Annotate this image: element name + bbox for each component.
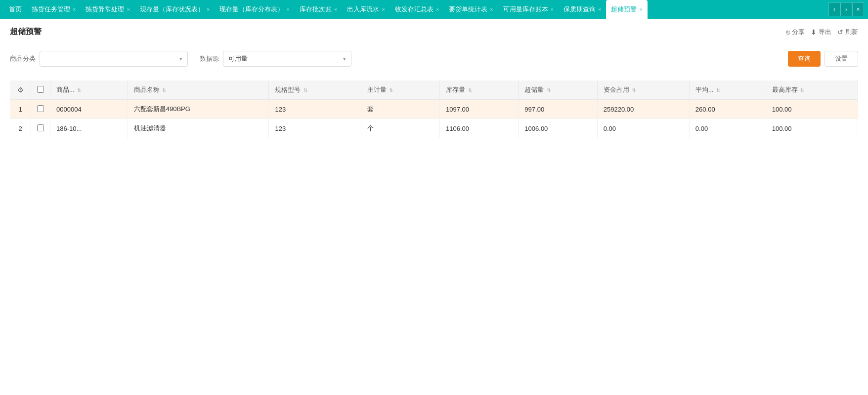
checkbox-cell[interactable] <box>31 119 50 138</box>
datasource-select[interactable]: 可用量 ▾ <box>223 51 351 67</box>
close-icon[interactable]: × <box>598 6 601 12</box>
row-checkbox[interactable] <box>37 105 44 112</box>
nav-item-expiry[interactable]: 保质期查询 × <box>559 0 606 19</box>
th-label: 商品名称 <box>134 86 160 93</box>
nav-label: 可用量库存账本 <box>503 5 548 14</box>
close-icon[interactable]: × <box>551 6 554 12</box>
th-label: 超储量 <box>524 86 544 93</box>
avg: 0.00 <box>689 119 766 138</box>
th-product-code[interactable]: 商品... ⇅ <box>50 80 128 100</box>
nav-label: 现存量（库存状况表） <box>140 5 204 14</box>
nav-item-available[interactable]: 可用量库存账本 × <box>498 0 559 19</box>
th-label: 最高库存 <box>772 86 798 93</box>
sort-icon: ⇅ <box>77 87 81 93</box>
table-header-row: ⚙ 商品... ⇅ 商品名称 ⇅ 规格型号 ⇅ 主计量 <box>10 80 858 100</box>
th-avg[interactable]: 平均... ⇅ <box>689 80 766 100</box>
nav-item-stock-dist[interactable]: 现存量（库存分布表） × <box>215 0 294 19</box>
th-overstock[interactable]: 超储量 ⇅ <box>519 80 597 100</box>
datasource-label: 数据源 <box>200 54 219 63</box>
table-row: 2 186-10... 机油滤清器 123 个 1106.00 1006.00 … <box>10 119 858 138</box>
close-icon[interactable]: × <box>334 6 337 12</box>
th-settings[interactable]: ⚙ <box>10 80 31 100</box>
nav-label: 拣货任务管理 <box>32 5 70 14</box>
close-icon[interactable]: × <box>127 6 130 12</box>
table-row: 1 0000004 六配套新昌490BPG 123 套 1097.00 997.… <box>10 100 858 119</box>
nav-item-summary[interactable]: 收发存汇总表 × <box>390 0 444 19</box>
max-stock: 100.00 <box>766 100 858 119</box>
capital: 0.00 <box>597 119 689 138</box>
th-stock[interactable]: 库存量 ⇅ <box>439 80 518 100</box>
nav-item-stock-status[interactable]: 现存量（库存状况表） × <box>135 0 215 19</box>
nav-item-task[interactable]: 拣货任务管理 × <box>27 0 81 19</box>
avg: 260.00 <box>689 100 766 119</box>
sort-icon: ⇅ <box>162 87 166 93</box>
product-name: 六配套新昌490BPG <box>128 100 269 119</box>
checkbox-cell[interactable] <box>31 100 50 119</box>
capital: 259220.00 <box>597 100 689 119</box>
th-spec[interactable]: 规格型号 ⇅ <box>269 80 361 100</box>
th-label: 商品... <box>56 86 75 93</box>
close-icon[interactable]: × <box>73 6 76 12</box>
settings-icon[interactable]: ⚙ <box>16 85 25 94</box>
nav-item-home[interactable]: 首页 <box>4 0 27 19</box>
nav-label: 现存量（库存分布表） <box>219 5 284 14</box>
sort-icon: ⇅ <box>800 87 804 93</box>
spec: 123 <box>269 119 361 138</box>
sort-icon: ⇅ <box>389 87 393 93</box>
nav-arrows: ‹ › × <box>828 2 864 16</box>
nav-label: 出入库流水 <box>347 5 379 14</box>
nav-label: 库存批次账 <box>300 5 332 14</box>
sort-icon: ⇅ <box>716 87 720 93</box>
th-capital[interactable]: 资金占用 ⇅ <box>597 80 689 100</box>
sort-icon: ⇅ <box>547 87 551 93</box>
th-label: 资金占用 <box>604 86 629 93</box>
nav-bar: 首页 拣货任务管理 × 拣货异常处理 × 现存量（库存状况表） × 现存量（库存… <box>0 0 868 19</box>
close-icon[interactable]: × <box>639 6 642 12</box>
nav-item-order-stat[interactable]: 要货单统计表 × <box>444 0 498 19</box>
nav-arrow-close[interactable]: × <box>852 2 864 16</box>
nav-label: 要货单统计表 <box>449 5 487 14</box>
nav-item-batch[interactable]: 库存批次账 × <box>295 0 342 19</box>
nav-item-inout[interactable]: 出入库流水 × <box>342 0 390 19</box>
th-checkbox <box>31 80 50 100</box>
product-code: 186-10... <box>50 119 128 138</box>
th-label: 平均... <box>695 86 714 93</box>
filter-actions: 查询 设置 <box>788 51 858 67</box>
share-label: 分享 <box>792 28 805 37</box>
close-icon[interactable]: × <box>436 6 439 12</box>
spec: 123 <box>269 100 361 119</box>
category-filter-group: 商品分类 ▾ <box>10 51 188 67</box>
setting-button[interactable]: 设置 <box>825 51 858 67</box>
close-icon[interactable]: × <box>286 6 289 12</box>
nav-arrow-left[interactable]: ‹ <box>828 2 840 16</box>
th-product-name[interactable]: 商品名称 ⇅ <box>128 80 269 100</box>
export-label: 导出 <box>819 28 831 37</box>
chevron-down-icon: ▾ <box>179 56 182 62</box>
data-table: ⚙ 商品... ⇅ 商品名称 ⇅ 规格型号 ⇅ 主计量 <box>10 80 858 138</box>
nav-item-exception[interactable]: 拣货异常处理 × <box>81 0 134 19</box>
select-all-checkbox[interactable] <box>37 86 44 93</box>
th-max-stock[interactable]: 最高库存 ⇅ <box>766 80 858 100</box>
share-button[interactable]: ⎋ 分享 <box>786 28 805 37</box>
row-num: 1 <box>10 100 31 119</box>
nav-label: 保质期查询 <box>564 5 596 14</box>
datasource-filter-group: 数据源 可用量 ▾ <box>200 51 351 67</box>
th-label: 主计量 <box>367 86 387 93</box>
product-code: 0000004 <box>50 100 128 119</box>
query-button[interactable]: 查询 <box>788 51 821 67</box>
row-num: 2 <box>10 119 31 138</box>
close-icon[interactable]: × <box>382 6 385 12</box>
nav-item-overstock[interactable]: 超储预警 × <box>606 0 647 19</box>
export-button[interactable]: ⬇ 导出 <box>811 28 831 37</box>
close-icon[interactable]: × <box>490 6 493 12</box>
row-checkbox[interactable] <box>37 124 44 131</box>
th-unit[interactable]: 主计量 ⇅ <box>361 80 439 100</box>
nav-label: 收发存汇总表 <box>395 5 434 14</box>
category-select[interactable]: ▾ <box>40 51 188 67</box>
close-icon[interactable]: × <box>207 6 210 12</box>
page-title: 超储预警 <box>10 27 42 37</box>
refresh-button[interactable]: ↺ 刷新 <box>837 28 858 37</box>
nav-arrow-right[interactable]: › <box>840 2 852 16</box>
th-label: 规格型号 <box>275 86 301 93</box>
share-icon: ⎋ <box>786 28 790 36</box>
